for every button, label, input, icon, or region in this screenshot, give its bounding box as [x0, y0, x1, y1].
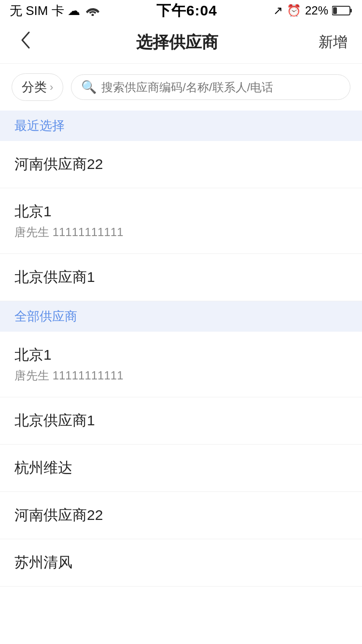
battery-label: 22%	[305, 4, 328, 17]
alarm-icon: ⏰	[287, 4, 301, 17]
back-button[interactable]	[14, 26, 36, 59]
sim-label: 无 SIM 卡 ☁	[10, 2, 80, 19]
svg-rect-2	[350, 9, 352, 13]
search-area: 分类 › 🔍	[0, 64, 362, 111]
svg-point-0	[91, 14, 94, 16]
list-item-a4[interactable]: 河南供应商22	[0, 492, 362, 539]
item-name: 北京1	[14, 345, 348, 365]
add-button[interactable]: 新增	[319, 32, 348, 52]
nav-bar: 选择供应商 新增	[0, 21, 362, 64]
item-name: 杭州维达	[14, 458, 348, 478]
list-item-a5[interactable]: 苏州清风	[0, 539, 362, 587]
search-icon: 🔍	[81, 80, 97, 95]
section-header-all: 全部供应商	[0, 301, 362, 332]
list-item-a1[interactable]: 北京1唐先生 11111111111	[0, 332, 362, 397]
sections-container: 最近选择河南供应商22北京1唐先生 11111111111北京供应商1全部供应商…	[0, 111, 362, 587]
item-name: 苏州清风	[14, 553, 348, 573]
status-left: 无 SIM 卡 ☁	[10, 2, 100, 19]
list-item-a2[interactable]: 北京供应商1	[0, 397, 362, 445]
item-name: 北京1	[14, 202, 348, 222]
list-item-r2[interactable]: 北京1唐先生 11111111111	[0, 188, 362, 254]
list-item-r1[interactable]: 河南供应商22	[0, 141, 362, 188]
search-input-wrap: 🔍	[71, 74, 350, 100]
search-input[interactable]	[101, 81, 340, 94]
category-button[interactable]: 分类 ›	[12, 73, 63, 101]
section-header-recent: 最近选择	[0, 111, 362, 141]
battery-icon	[332, 5, 352, 16]
category-arrow-icon: ›	[50, 81, 53, 94]
item-sub: 唐先生 11111111111	[14, 368, 348, 383]
wifi-icon	[85, 5, 100, 16]
item-name: 北京供应商1	[14, 411, 348, 431]
page-title: 选择供应商	[136, 31, 218, 54]
list-item-r3[interactable]: 北京供应商1	[0, 254, 362, 301]
status-bar: 无 SIM 卡 ☁ 下午6:04 ↗ ⏰ 22%	[0, 0, 362, 21]
item-name: 河南供应商22	[14, 505, 348, 525]
location-icon: ↗	[273, 4, 283, 17]
item-sub: 唐先生 11111111111	[14, 224, 348, 240]
list-item-a3[interactable]: 杭州维达	[0, 445, 362, 492]
item-name: 北京供应商1	[14, 267, 348, 287]
status-right: ↗ ⏰ 22%	[273, 4, 352, 17]
category-label: 分类	[22, 79, 47, 96]
status-time: 下午6:04	[156, 1, 217, 21]
svg-rect-3	[333, 7, 337, 14]
item-name: 河南供应商22	[14, 154, 348, 174]
